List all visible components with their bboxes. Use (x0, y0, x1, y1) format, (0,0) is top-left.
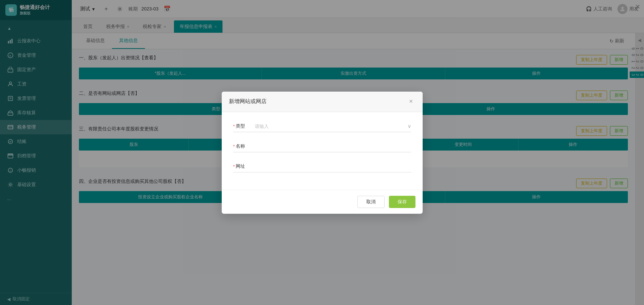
url-input[interactable] (255, 162, 411, 171)
modal-title: 新增网站或网店 (229, 98, 267, 105)
modal-add-website: 新增网站或网店 × *类型 ∨ *名称 (222, 92, 423, 214)
required-mark: * (233, 124, 235, 129)
modal-header: 新增网站或网店 × (222, 92, 423, 112)
required-mark: * (233, 164, 235, 169)
type-input[interactable] (255, 122, 404, 130)
save-button[interactable]: 保存 (389, 196, 415, 208)
modal-close-button[interactable]: × (407, 97, 415, 106)
type-field-row: *类型 ∨ (233, 121, 411, 132)
name-field-row: *名称 (233, 141, 411, 152)
form-item-type: *类型 ∨ (233, 121, 411, 132)
required-mark: * (233, 144, 235, 149)
cancel-button[interactable]: 取消 (357, 196, 385, 208)
modal-body: *类型 ∨ *名称 (222, 112, 423, 190)
form-item-name: *名称 (233, 141, 411, 152)
form-item-url: *网址 (233, 161, 411, 172)
url-label: *网址 (233, 163, 245, 170)
url-field-row: *网址 (233, 161, 411, 172)
name-input[interactable] (255, 142, 411, 151)
modal-footer: 取消 保存 (222, 190, 423, 214)
modal-overlay[interactable]: 新增网站或网店 × *类型 ∨ *名称 (0, 0, 644, 305)
name-label: *名称 (233, 143, 245, 149)
type-dropdown-icon[interactable]: ∨ (408, 123, 411, 129)
type-label: *类型 (233, 123, 245, 129)
